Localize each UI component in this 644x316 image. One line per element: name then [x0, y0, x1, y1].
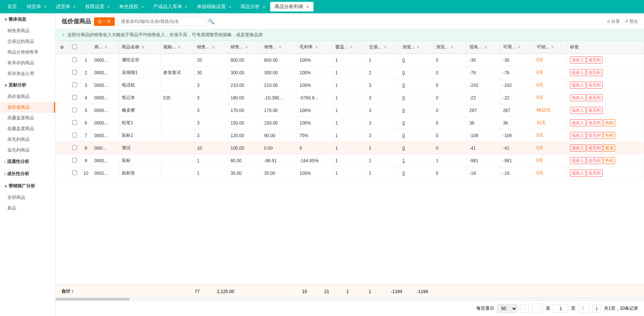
td-view1[interactable]: 0 [400, 92, 434, 104]
view1-link[interactable]: 0 [402, 108, 405, 113]
td-checkbox[interactable] [69, 54, 80, 67]
td-view1[interactable]: 0 [400, 104, 434, 117]
data-table-wrapper[interactable]: ⚙ 商... ⇅ 商品名称 ⇅ 规格... ⇅ 销售... ⇅ 销售... ⇅ … [56, 41, 644, 285]
th-current[interactable]: 现有... ⇅ [467, 41, 501, 54]
th-spec[interactable]: 规格... ⇅ [161, 41, 195, 54]
nav-item-template[interactable]: 单据模板设置 × [192, 2, 235, 11]
th-sales-amount[interactable]: 销售... ⇅ [228, 41, 262, 54]
sidebar-item-low-value[interactable]: 低价值商品 [0, 102, 55, 113]
th-checkbox[interactable] [69, 41, 80, 54]
td-view1[interactable]: 0 [400, 79, 434, 92]
td-checkbox[interactable] [69, 104, 80, 117]
th-code[interactable]: 商... ⇅ [92, 41, 120, 54]
sidebar-group-overall[interactable]: ∨ 整体信息 [0, 13, 55, 26]
sidebar-item-high-coverage[interactable]: 高覆盖度商品 [0, 113, 55, 123]
td-view1[interactable]: 0 [400, 129, 434, 142]
nav-item-purchase[interactable]: 进货单 × [51, 2, 80, 11]
select-all-checkbox[interactable] [72, 44, 77, 49]
row-checkbox[interactable] [72, 70, 77, 75]
th-gross-margin[interactable]: 毛利率 ⇅ [297, 41, 333, 54]
th-saleable[interactable]: 可销... ⇅ [534, 41, 568, 54]
sidebar-item-stock-products[interactable]: 有库存的商品 [0, 58, 55, 68]
view1-link[interactable]: 0 [402, 58, 405, 63]
share-button[interactable]: ⎋ 分享 [607, 18, 620, 25]
row-checkbox[interactable] [72, 82, 77, 87]
nav-item-product-analysis[interactable]: 商品分析 × [236, 2, 269, 11]
td-view1[interactable]: 0 [400, 167, 434, 180]
close-icon[interactable]: × [185, 4, 187, 9]
row-checkbox[interactable] [72, 108, 77, 112]
first-page-button[interactable]: ⟨ [520, 305, 529, 313]
td-checkbox[interactable] [69, 117, 80, 129]
th-transaction[interactable]: 交易... ⇅ [366, 41, 400, 54]
sidebar-item-inventory-funds[interactable]: 库存资金占用 [0, 68, 55, 79]
view1-link[interactable]: 1 [402, 158, 405, 163]
sidebar-item-sales-products[interactable]: 销售类商品 [0, 26, 55, 36]
sidebar-item-high-margin[interactable]: 高毛利商品 [0, 134, 55, 145]
sidebar-item-traded-products[interactable]: 交易过的商品 [0, 36, 55, 47]
td-view1[interactable]: 0 [400, 142, 434, 154]
sidebar-item-low-coverage[interactable]: 低覆盖度商品 [0, 123, 55, 134]
view1-link[interactable]: 0 [402, 83, 405, 88]
row-checkbox[interactable] [72, 120, 77, 125]
th-available[interactable]: 可用... ⇅ [500, 41, 534, 54]
row-checkbox[interactable] [72, 158, 77, 163]
close-icon[interactable]: × [263, 4, 265, 9]
td-checkbox[interactable] [69, 92, 80, 104]
view1-link[interactable]: 0 [402, 133, 405, 138]
td-view1[interactable]: 1 [400, 154, 434, 167]
th-name[interactable]: 商品名称 ⇅ [120, 41, 161, 54]
nav-item-product-analysis-list[interactable]: 商品分析列表 × [270, 2, 313, 11]
td-checkbox[interactable] [69, 167, 80, 180]
sidebar-item-low-margin[interactable]: 低毛利商品 [0, 145, 55, 156]
view1-link[interactable]: 0 [402, 146, 405, 151]
td-checkbox[interactable] [69, 142, 80, 154]
sidebar-item-all-products[interactable]: 全部商品 [0, 192, 55, 203]
nav-item-sales[interactable]: 销货单 × [22, 2, 51, 11]
td-checkbox[interactable] [69, 154, 80, 167]
view1-link[interactable]: 0 [402, 120, 405, 126]
sidebar-group-contribution[interactable]: ∨ 贡献分析 [0, 79, 55, 91]
filter-recent-month-button[interactable]: 近一月 [94, 17, 115, 26]
export-button[interactable]: ↗ 导出 [624, 18, 638, 25]
last-page-button[interactable]: ⟩ [593, 305, 601, 313]
sidebar-item-category-sales-rate[interactable]: 商品分类销售率 [0, 47, 55, 58]
sidebar-group-liquidity[interactable]: › 流通性分析 [0, 156, 55, 168]
td-checkbox[interactable] [69, 129, 80, 142]
sidebar-group-growth[interactable]: › 成长性分析 [0, 168, 55, 180]
page-number-input[interactable] [553, 305, 568, 313]
view1-link[interactable]: 0 [402, 95, 405, 101]
search-button[interactable]: 🔍 [208, 18, 214, 24]
th-view1[interactable]: 浏览... ⇅ [400, 41, 434, 54]
search-input[interactable] [118, 17, 207, 26]
td-view1[interactable]: 0 [400, 117, 434, 129]
th-settings[interactable]: ⚙ [56, 41, 69, 54]
close-icon[interactable]: × [44, 4, 46, 9]
next-page-button[interactable]: 〉 [578, 304, 590, 313]
close-icon[interactable]: × [229, 4, 231, 9]
row-checkbox[interactable] [72, 95, 77, 100]
nav-item-permissions[interactable]: 权限设置 × [81, 2, 114, 11]
th-view2[interactable]: 浏览... ⇅ [433, 41, 467, 54]
row-checkbox[interactable] [72, 133, 77, 137]
nav-item-role[interactable]: 角色授权 × [115, 2, 148, 11]
nav-item-home[interactable]: 首页 [3, 2, 21, 11]
row-checkbox[interactable] [72, 57, 77, 62]
td-checkbox[interactable] [69, 79, 80, 92]
th-coverage[interactable]: 覆盖... ⇅ [333, 41, 366, 54]
th-sales-count[interactable]: 销售... ⇅ [195, 41, 228, 54]
td-view1[interactable]: 0 [400, 67, 434, 79]
row-checkbox[interactable] [72, 145, 77, 150]
close-icon[interactable]: × [141, 4, 144, 9]
sidebar-group-marketing[interactable]: ∨ 营销推广分析 [0, 180, 55, 192]
horizontal-scrollbar[interactable] [56, 298, 644, 300]
view1-link[interactable]: 0 [402, 171, 405, 176]
page-size-select[interactable]: 50 100 200 [497, 304, 517, 313]
close-icon[interactable]: × [73, 4, 76, 9]
row-checkbox[interactable] [72, 170, 77, 175]
td-checkbox[interactable] [69, 67, 80, 79]
close-icon[interactable]: × [107, 4, 110, 9]
close-icon[interactable]: × [306, 4, 309, 9]
td-view1[interactable]: 0 [400, 54, 434, 67]
view1-link[interactable]: 0 [402, 70, 405, 75]
